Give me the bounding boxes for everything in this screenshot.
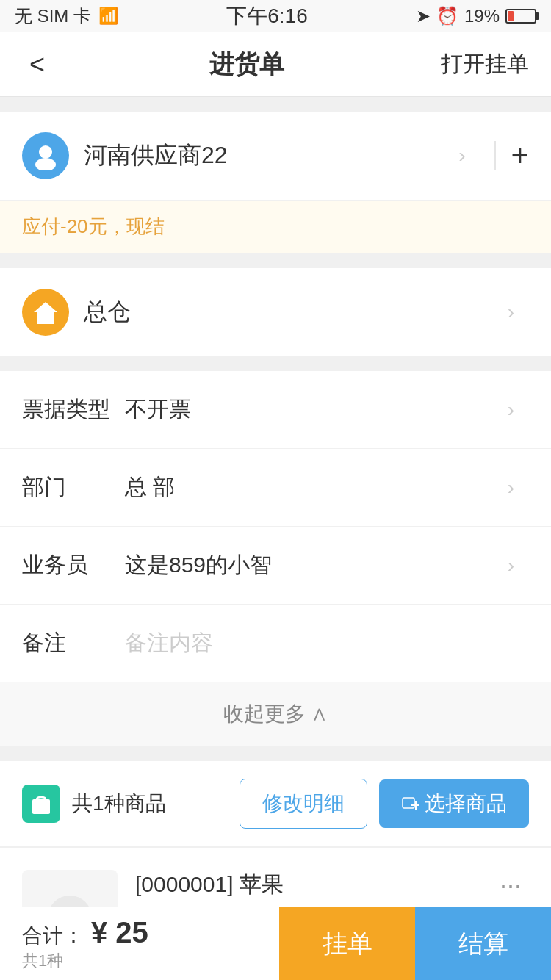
product-name: [0000001] 苹果: [135, 870, 492, 900]
battery-icon: [505, 9, 536, 24]
status-bar: 无 SIM 卡 📶 下午6:16 ➤ ⏰ 19%: [0, 0, 551, 32]
supplier-divider: [494, 141, 496, 170]
select-product-label: 选择商品: [425, 790, 507, 818]
total-label: 合计：: [22, 922, 84, 950]
supplier-name: 河南供应商22: [84, 140, 458, 172]
hang-button[interactable]: 挂单: [279, 907, 415, 980]
svg-rect-2: [32, 799, 50, 814]
total-amount: ¥ 25: [91, 916, 148, 949]
section-gap-1: [0, 97, 551, 112]
add-supplier-button[interactable]: +: [511, 140, 529, 171]
remark-label: 备注: [22, 628, 110, 658]
wifi-icon: 📶: [98, 7, 118, 26]
total-area: 合计： ¥ 25 共1种: [0, 907, 279, 980]
back-button[interactable]: <: [22, 42, 52, 87]
total-sub: 共1种: [22, 950, 257, 972]
form-section: 票据类型 不开票 › 部门 总 部 › 业务员 这是859的小智 › 备注 备注…: [0, 371, 551, 682]
product-title: 苹果: [240, 872, 284, 896]
open-hang-button[interactable]: 打开挂单: [441, 49, 529, 79]
warehouse-icon: [22, 289, 69, 336]
section-gap-4: [0, 746, 551, 760]
section-gap-2: [0, 253, 551, 268]
status-right: ➤ ⏰ 19%: [416, 6, 536, 26]
settle-button[interactable]: 结算: [415, 907, 551, 980]
products-icon: [22, 785, 60, 823]
products-count: 共1种商品: [72, 790, 240, 818]
department-label: 部门: [22, 472, 110, 502]
battery-label: 19%: [464, 6, 500, 26]
svg-rect-3: [403, 798, 414, 808]
svg-point-0: [39, 145, 52, 159]
supplier-notice: 应付-20元，现结: [0, 201, 551, 253]
status-time: 下午6:16: [226, 2, 308, 30]
nav-bar: < 进货单 打开挂单: [0, 32, 551, 97]
product-code: [0000001]: [135, 872, 233, 896]
bottom-bar: 合计： ¥ 25 共1种 挂单 结算: [0, 907, 551, 980]
page-title: 进货单: [209, 48, 284, 82]
person-icon: [31, 141, 60, 170]
carrier-label: 无 SIM 卡: [15, 4, 91, 28]
select-product-button[interactable]: 选择商品: [379, 779, 529, 828]
invoice-type-label: 票据类型: [22, 394, 110, 425]
salesperson-row[interactable]: 业务员 这是859的小智 ›: [0, 527, 551, 605]
remark-row[interactable]: 备注 备注内容: [0, 605, 551, 682]
warehouse-section: 总仓 ›: [0, 268, 551, 356]
svg-point-1: [35, 158, 56, 170]
remark-value[interactable]: 备注内容: [110, 628, 529, 658]
select-product-icon: [401, 795, 419, 813]
department-row[interactable]: 部门 总 部 ›: [0, 449, 551, 527]
product-more-button[interactable]: ···: [492, 870, 529, 901]
products-header: 共1种商品 修改明细 选择商品: [0, 760, 551, 847]
supplier-avatar: [22, 132, 69, 179]
total-row: 合计： ¥ 25: [22, 916, 257, 950]
salesperson-value: 这是859的小智: [110, 550, 508, 580]
modify-detail-button[interactable]: 修改明细: [240, 779, 367, 829]
home-icon: [32, 299, 59, 325]
bag-icon: [29, 792, 53, 815]
invoice-type-row[interactable]: 票据类型 不开票 ›: [0, 371, 551, 449]
warehouse-row[interactable]: 总仓 ›: [0, 268, 551, 356]
supplier-chevron-icon: ›: [458, 144, 465, 167]
salesperson-chevron: ›: [508, 554, 514, 577]
invoice-type-value: 不开票: [110, 394, 508, 425]
invoice-type-chevron: ›: [508, 398, 514, 422]
salesperson-label: 业务员: [22, 550, 110, 580]
warehouse-chevron-icon: ›: [508, 300, 514, 324]
status-left: 无 SIM 卡 📶: [15, 4, 118, 28]
section-gap-3: [0, 356, 551, 371]
location-icon: ➤: [416, 6, 431, 26]
collapse-button[interactable]: 收起更多 ∧: [0, 682, 551, 746]
department-chevron: ›: [508, 476, 514, 500]
supplier-section: 河南供应商22 › + 应付-20元，现结: [0, 112, 551, 253]
warehouse-name: 总仓: [84, 296, 508, 328]
supplier-row[interactable]: 河南供应商22 › +: [0, 112, 551, 201]
alarm-icon: ⏰: [436, 6, 458, 26]
department-value: 总 部: [110, 472, 508, 502]
